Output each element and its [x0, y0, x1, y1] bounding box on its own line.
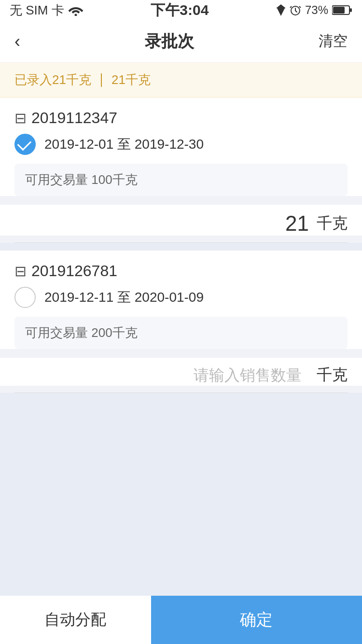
batch-1-radio[interactable]	[14, 134, 36, 155]
clear-button[interactable]: 清空	[319, 31, 348, 51]
back-button[interactable]: ‹	[14, 31, 20, 52]
batch-1-amount-unit: 千克	[317, 213, 348, 234]
status-right: 73%	[276, 3, 352, 17]
batch-2-input-unit: 千克	[317, 364, 348, 386]
batch-1-id-icon: ⊟	[14, 110, 27, 126]
status-left: 无 SIM 卡	[10, 2, 84, 19]
svg-rect-3	[333, 7, 345, 14]
batch-2-date-row[interactable]: 2019-12-11 至 2020-01-09	[14, 287, 348, 308]
batch-2-id-row: ⊟ 2019126781	[14, 262, 348, 280]
wifi-icon	[68, 4, 84, 16]
status-bar: 无 SIM 卡 下午3:04 73%	[0, 0, 362, 20]
batch-2-id-icon: ⊟	[14, 263, 27, 280]
batch-card-1: ⊟ 2019112347 2019-12-01 至 2019-12-30 可用交…	[0, 98, 362, 196]
section-separator-1	[0, 243, 362, 251]
confirm-button[interactable]: 确定	[151, 596, 362, 644]
batch-card-2: ⊟ 2019126781 2019-12-11 至 2020-01-09 可用交…	[0, 251, 362, 349]
batch-2-date: 2019-12-11 至 2020-01-09	[44, 288, 204, 307]
batch-1-amount-row: 21 千克	[0, 205, 362, 236]
batch-1-amount-value: 21	[285, 211, 309, 236]
recorded-value: 21千克	[111, 71, 151, 88]
batch-2-available-qty: 可用交易量 200千克	[14, 317, 348, 349]
footer: 自动分配 确定	[0, 596, 362, 644]
batch-1-available-qty: 可用交易量 100千克	[14, 164, 348, 196]
svg-point-0	[74, 14, 77, 16]
status-time: 下午3:04	[151, 0, 209, 20]
auto-distribute-button[interactable]: 自动分配	[0, 596, 151, 644]
alarm-icon	[290, 4, 301, 16]
bottom-empty-area	[0, 393, 362, 630]
battery-text: 73%	[305, 3, 328, 17]
svg-rect-4	[350, 8, 352, 12]
batch-2-radio[interactable]	[14, 287, 36, 308]
batch-1-date-row[interactable]: 2019-12-01 至 2019-12-30	[14, 134, 348, 155]
info-banner: 已录入21千克 21千克	[0, 63, 362, 98]
no-sim-text: 无 SIM 卡	[10, 2, 64, 19]
batch-1-id: 2019112347	[31, 109, 117, 127]
info-divider	[101, 73, 102, 87]
nav-bar: ‹ 录批次 清空	[0, 20, 362, 63]
location-icon	[276, 4, 286, 16]
batch-1-date: 2019-12-01 至 2019-12-30	[44, 135, 204, 154]
recorded-label: 已录入21千克	[14, 71, 91, 88]
batch-1-id-row: ⊟ 2019112347	[14, 109, 348, 127]
batch-2-input-row: 千克	[0, 358, 362, 386]
page-title: 录批次	[145, 30, 194, 53]
battery-icon	[332, 5, 352, 15]
batch-2-qty-input[interactable]	[154, 366, 309, 384]
batch-2-id: 2019126781	[31, 262, 117, 280]
